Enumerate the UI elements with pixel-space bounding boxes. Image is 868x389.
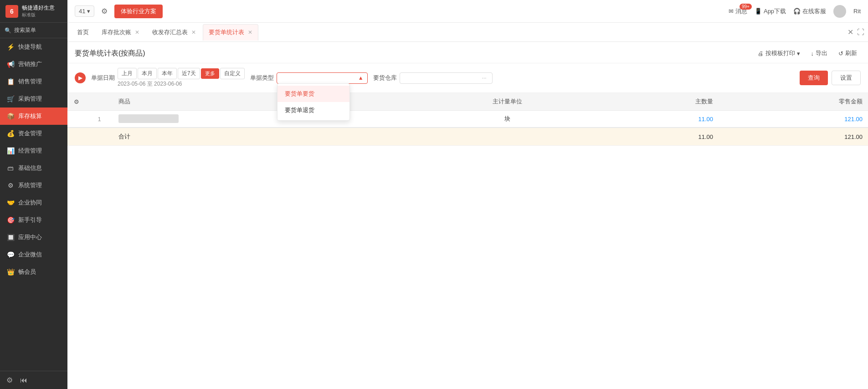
logo-text: 畅捷通好生意 标准版 xyxy=(22,4,55,18)
table-footer: 合计 11.00 121.00 xyxy=(67,128,868,146)
more-dates-btn[interactable]: 更多 xyxy=(201,68,219,79)
warehouse-input[interactable] xyxy=(404,75,480,82)
footer-unit xyxy=(420,128,595,146)
phone-icon: 📱 xyxy=(755,8,762,15)
topbar-left: 41 ▾ ⚙ 体验行业方案 xyxy=(75,5,723,18)
message-badge: 99+ xyxy=(740,4,752,10)
sidebar-item-purchase[interactable]: 🛒采购管理 xyxy=(0,90,67,107)
close-all-icon[interactable]: ✕ xyxy=(847,28,853,36)
custom-date-btn[interactable]: 自定义 xyxy=(220,68,245,79)
tab-close-order_stats[interactable]: ✕ xyxy=(248,29,252,36)
sidebar-item-wechat[interactable]: 💬企业微信 xyxy=(0,246,67,263)
dropdown-option-return[interactable]: 要货单退货 xyxy=(277,102,349,118)
table-head: ⚙ 商品 主计量单位 主数量 零售金额 xyxy=(67,93,868,111)
tabs-expand[interactable]: ✕ ⛶ xyxy=(847,28,864,36)
type-input[interactable] xyxy=(281,75,358,82)
sidebar-item-operation[interactable]: 📊经营管理 xyxy=(0,142,67,159)
online-service-btn[interactable]: 🎧 在线客服 xyxy=(793,7,826,15)
set-btn[interactable]: 设置 xyxy=(832,71,861,85)
sidebar-item-shortcut[interactable]: ⚡快捷导航 xyxy=(0,38,67,56)
col-header-product: 商品 xyxy=(113,93,420,111)
settings-icon[interactable]: ⚙ xyxy=(6,376,13,384)
sidebar-item-basic[interactable]: 🗃基础信息 xyxy=(0,159,67,177)
column-settings-icon[interactable]: ⚙ xyxy=(74,98,79,105)
sidebar-search[interactable]: 🔍 搜索菜单 xyxy=(0,23,67,38)
tab-label: 收发存汇总表 xyxy=(152,28,188,36)
basic-icon: 🗃 xyxy=(6,164,15,172)
sidebar-bottom: ⚙ ⏮ xyxy=(0,371,67,389)
search-menu-btn[interactable]: 🔍 搜索菜单 xyxy=(5,26,63,34)
last-month-btn[interactable]: 上月 xyxy=(118,68,137,79)
wechat-icon: 💬 xyxy=(6,251,15,259)
last-7days-btn[interactable]: 近7天 xyxy=(178,68,200,79)
tab-receive[interactable]: 收发存汇总表✕ xyxy=(146,24,202,41)
sidebar-item-inventory[interactable]: 📦库存核算 xyxy=(0,107,67,125)
guide-icon: 🎯 xyxy=(6,216,15,224)
sidebar-item-label: 基础信息 xyxy=(18,164,42,172)
refresh-btn[interactable]: ↺ 刷新 xyxy=(835,47,861,59)
page-area: 要货单统计表(按商品) 🖨 按模板打印 ▾ ↓ 导出 ↺ 刷新 xyxy=(67,42,868,389)
footer-label: 合计 xyxy=(113,128,420,146)
tab-home[interactable]: 首页 xyxy=(71,24,95,41)
collapse-icon[interactable]: ⏮ xyxy=(20,376,27,384)
col-header-amount: 零售金额 xyxy=(719,93,868,111)
sidebar-item-finance[interactable]: 💰资金管理 xyxy=(0,125,67,142)
print-arrow-icon: ▾ xyxy=(797,50,800,57)
warehouse-input-field[interactable]: ··· xyxy=(400,72,493,84)
type-dropdown-menu: 要货单要货 要货单退货 xyxy=(277,83,350,121)
sidebar-item-cooperation[interactable]: 🤝企业协同 xyxy=(0,194,67,211)
print-template-btn[interactable]: 🖨 按模板打印 ▾ xyxy=(754,47,804,59)
printer-icon: 🖨 xyxy=(758,50,764,57)
col-header-quantity: 主数量 xyxy=(595,93,719,111)
table-row: 1 商品名称 块 11.00 121.00 xyxy=(67,111,868,128)
tab-label: 首页 xyxy=(77,28,89,36)
tab-label: 库存批次账 xyxy=(102,28,131,36)
user-avatar[interactable] xyxy=(833,5,846,18)
sidebar-item-system[interactable]: ⚙系统管理 xyxy=(0,177,67,194)
inventory-icon: 📦 xyxy=(6,112,15,120)
sales-icon: 📋 xyxy=(6,77,15,86)
expand-icon[interactable]: ⛶ xyxy=(857,28,864,36)
main-area: 41 ▾ ⚙ 体验行业方案 ✉ 消息 99+ 📱 App下载 🎧 在线客服 Ri… xyxy=(67,0,868,389)
row-settings xyxy=(67,111,86,128)
table-body: 1 商品名称 块 11.00 121.00 xyxy=(67,111,868,128)
filter-expand-toggle[interactable]: ▶ xyxy=(75,72,86,83)
page-content: 要货单统计表(按商品) 🖨 按模板打印 ▾ ↓ 导出 ↺ 刷新 xyxy=(67,42,868,389)
dropdown-option-goods[interactable]: 要货单要货 xyxy=(277,86,349,102)
app-logo: 6 畅捷通好生意 标准版 xyxy=(0,0,67,23)
sidebar-item-label: 经营管理 xyxy=(18,147,42,155)
type-dropdown[interactable]: ▲ 要货单要货 要货单退货 xyxy=(277,72,368,84)
export-btn[interactable]: ↓ 导出 xyxy=(807,47,832,59)
dropdown-chevron-icon: ▾ xyxy=(87,8,90,15)
finance-icon: 💰 xyxy=(6,129,15,138)
trial-industry-btn[interactable]: 体验行业方案 xyxy=(114,5,163,18)
row-num: 1 xyxy=(86,111,113,128)
company-selector[interactable]: 41 ▾ xyxy=(75,5,94,17)
operation-icon: 📊 xyxy=(6,147,15,155)
sidebar-item-marketing[interactable]: 📢营销推广 xyxy=(0,56,67,73)
sidebar-item-member[interactable]: 👑畅会员 xyxy=(0,263,67,281)
export-icon: ↓ xyxy=(811,50,814,57)
app-download-btn[interactable]: 📱 App下载 xyxy=(755,7,786,15)
warehouse-more-icon[interactable]: ··· xyxy=(480,75,488,81)
tab-close-receive[interactable]: ✕ xyxy=(191,29,196,36)
tab-batch[interactable]: 库存批次账✕ xyxy=(96,24,145,41)
tab-close-batch[interactable]: ✕ xyxy=(135,29,139,36)
query-btn[interactable]: 查询 xyxy=(800,71,828,85)
row-product: 商品名称 xyxy=(113,111,420,128)
sidebar-item-label: 快捷导航 xyxy=(18,43,42,51)
sidebar-nav: ⚡快捷导航📢营销推广📋销售管理🛒采购管理📦库存核算💰资金管理📊经营管理🗃基础信息… xyxy=(0,38,67,371)
topbar-gear-btn[interactable]: ⚙ xyxy=(98,5,111,18)
tab-order_stats[interactable]: 要货单统计表✕ xyxy=(203,24,258,41)
sidebar-item-apps[interactable]: 🔲应用中心 xyxy=(0,229,67,246)
sidebar-item-guide[interactable]: 🎯新手引导 xyxy=(0,211,67,229)
apps-icon: 🔲 xyxy=(6,233,15,241)
sidebar-item-sales[interactable]: 📋销售管理 xyxy=(0,73,67,90)
this-month-btn[interactable]: 本月 xyxy=(138,68,157,79)
type-dropdown-arrow[interactable]: ▲ xyxy=(358,75,364,81)
this-year-btn[interactable]: 本年 xyxy=(158,68,177,79)
sidebar-item-label: 畅会员 xyxy=(18,268,36,276)
sidebar: 6 畅捷通好生意 标准版 🔍 搜索菜单 ⚡快捷导航📢营销推广📋销售管理🛒采购管理… xyxy=(0,0,67,389)
type-filter-group: 单据类型 ▲ 要货单要货 要货单退货 xyxy=(250,72,368,84)
message-btn[interactable]: ✉ 消息 99+ xyxy=(729,7,747,15)
